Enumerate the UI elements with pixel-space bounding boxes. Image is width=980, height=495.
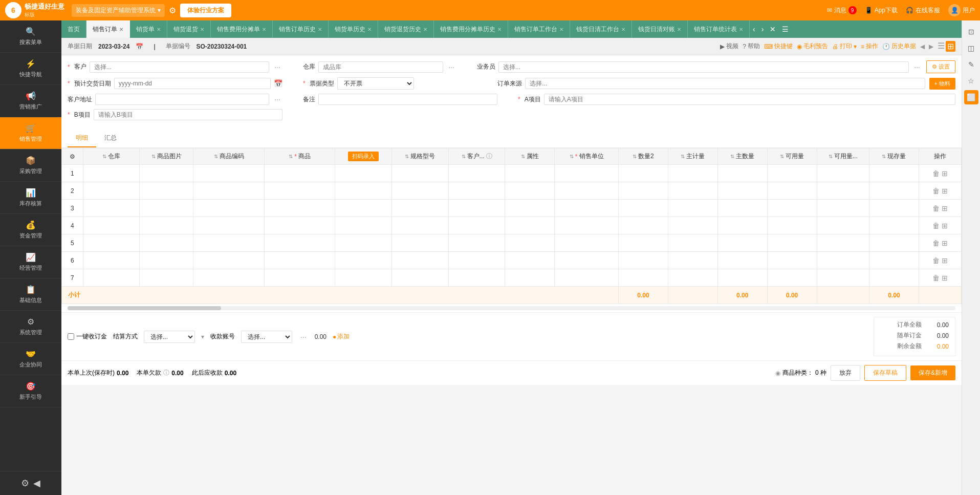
- a-project-input[interactable]: [544, 94, 955, 105]
- collapse-icon[interactable]: ◀: [33, 478, 40, 489]
- copy-row-icon[interactable]: ⊞: [942, 187, 948, 195]
- nav-left-icon[interactable]: ◀: [920, 43, 925, 50]
- copy-row-icon[interactable]: ⊞: [942, 274, 948, 282]
- tab-close-icon[interactable]: ✕: [739, 27, 743, 32]
- tab-close-icon[interactable]: ✕: [621, 27, 625, 32]
- right-panel-active-btn[interactable]: ⬜: [964, 90, 978, 104]
- copy-row-icon[interactable]: ⊞: [942, 222, 948, 230]
- scroll-track[interactable]: [68, 306, 955, 310]
- table-settings-icon[interactable]: ⚙: [70, 153, 75, 160]
- sidebar-item-quicknav[interactable]: ⚡ 快捷导航: [0, 53, 61, 85]
- copy-row-icon[interactable]: ⊞: [942, 169, 948, 178]
- scroll-thumb[interactable]: [68, 306, 221, 310]
- tab-sales-return[interactable]: 销货退货 ✕: [167, 20, 211, 38]
- sidebar-item-sales[interactable]: 🛒 销售管理: [0, 117, 61, 149]
- discard-btn[interactable]: 放弃: [831, 365, 860, 381]
- warehouse-dots-btn[interactable]: ···: [446, 63, 456, 71]
- tab-menu-btn[interactable]: ☰: [779, 20, 792, 38]
- copy-row-icon[interactable]: ⊞: [942, 256, 948, 265]
- tab-close-icon[interactable]: ✕: [559, 27, 563, 32]
- scan-btn[interactable]: 扫码录入: [348, 152, 379, 161]
- delete-row-icon[interactable]: 🗑: [932, 187, 940, 195]
- tab-home[interactable]: 首页: [61, 20, 86, 38]
- customer-dots-btn[interactable]: ···: [272, 63, 282, 71]
- address-input[interactable]: [95, 94, 269, 105]
- sidebar-item-basic[interactable]: 📋 基础信息: [0, 278, 61, 311]
- tab-close-icon[interactable]: ✕: [318, 27, 322, 32]
- tab-sales-invoice[interactable]: 销货单 ✕: [130, 20, 167, 38]
- receipt-account-select[interactable]: 选择...: [241, 331, 292, 343]
- tab-order-history[interactable]: 销售订单历史 ✕: [273, 20, 329, 38]
- settings-icon[interactable]: ⚙: [169, 6, 176, 15]
- sales-rep-dots-btn[interactable]: ···: [912, 63, 922, 71]
- col-settings[interactable]: ⚙: [62, 148, 83, 165]
- tab-order-stats[interactable]: 销售订单统计表 ✕: [688, 20, 750, 38]
- grid-view-icon[interactable]: ⊞: [946, 41, 955, 52]
- calendar-icon[interactable]: 📅: [136, 43, 143, 50]
- delivery-date-calendar-icon[interactable]: 📅: [274, 79, 282, 88]
- tab-close-icon[interactable]: ✕: [497, 27, 502, 32]
- tab-close-icon[interactable]: ✕: [157, 27, 161, 32]
- tab-close-icon[interactable]: ✕: [367, 27, 372, 32]
- delete-row-icon[interactable]: 🗑: [932, 256, 940, 265]
- sidebar-item-guide[interactable]: 🎯 新手引导: [0, 375, 61, 407]
- copy-row-icon[interactable]: ⊞: [942, 204, 948, 212]
- receipt-dots-btn[interactable]: ···: [298, 333, 309, 341]
- tab-close-icon[interactable]: ✕: [119, 27, 123, 32]
- user-btn[interactable]: 👤 用户: [948, 4, 975, 16]
- tab-close-all-btn[interactable]: ✕: [767, 20, 779, 38]
- right-panel-layout-btn[interactable]: ◫: [964, 41, 978, 55]
- delete-row-icon[interactable]: 🗑: [932, 222, 940, 230]
- tab-order-workbench[interactable]: 销售订单工作台 ✕: [508, 20, 570, 38]
- tab-sales-order[interactable]: 销售订单 ✕: [86, 20, 130, 38]
- tab-cash-account[interactable]: 钱货日清对账 ✕: [632, 20, 688, 38]
- settings-bottom-icon[interactable]: ⚙: [21, 478, 29, 489]
- tab-cash-workbench[interactable]: 钱货日清工作台 ✕: [570, 20, 632, 38]
- settings-btn[interactable]: ⚙ 设置: [926, 60, 955, 73]
- delete-row-icon[interactable]: 🗑: [932, 204, 940, 212]
- tab-close-icon[interactable]: ✕: [200, 27, 204, 32]
- one-click-checkbox[interactable]: 一键收订金: [68, 332, 107, 341]
- payment-method-select[interactable]: 选择...: [144, 331, 195, 343]
- tab-next-btn[interactable]: ›: [758, 20, 767, 38]
- one-click-input[interactable]: [68, 333, 74, 340]
- shortcut-btn[interactable]: ⌨ 快捷键: [764, 42, 793, 51]
- right-panel-expand-btn[interactable]: ⊡: [964, 25, 978, 39]
- history-btn[interactable]: 🕐 历史单据: [882, 42, 916, 51]
- help-btn[interactable]: ? 帮助: [743, 42, 760, 51]
- invoice-type-select[interactable]: 不开票: [337, 77, 414, 90]
- customer-input[interactable]: [90, 61, 270, 73]
- copy-row-icon[interactable]: ⊞: [942, 239, 948, 247]
- system-selector[interactable]: 装备及固定资产辅助管理系统 ▾: [72, 4, 165, 17]
- sidebar-item-marketing[interactable]: 📢 营销推广: [0, 85, 61, 117]
- tab-close-icon[interactable]: ✕: [262, 27, 266, 32]
- sidebar-item-search[interactable]: 🔍 搜索菜单: [0, 20, 61, 53]
- tab-close-icon[interactable]: ✕: [677, 27, 681, 32]
- operations-btn[interactable]: ≡ 操作: [861, 42, 878, 51]
- detail-tab-summary[interactable]: 汇总: [96, 130, 125, 147]
- right-panel-edit-btn[interactable]: ✎: [964, 57, 978, 72]
- sidebar-item-purchase[interactable]: 📦 采购管理: [0, 149, 61, 182]
- tab-sales-fee[interactable]: 销售费用分摊单 ✕: [211, 20, 273, 38]
- detail-tab-detail[interactable]: 明细: [68, 130, 96, 147]
- tab-prev-btn[interactable]: ‹: [750, 20, 758, 38]
- right-panel-star-btn[interactable]: ☆: [964, 74, 978, 88]
- profit-btn[interactable]: ◉ 毛利预告: [797, 42, 828, 51]
- messages-btn[interactable]: ✉ 消息 9: [827, 6, 857, 15]
- sidebar-item-inventory[interactable]: 📊 库存核算: [0, 182, 61, 214]
- sidebar-item-finance[interactable]: 💰 资金管理: [0, 214, 61, 246]
- tab-invoice-history[interactable]: 销货单历史 ✕: [329, 20, 378, 38]
- print-btn[interactable]: 🖨 打印 ▾: [832, 42, 857, 51]
- save-draft-btn[interactable]: 保存草稿: [864, 365, 906, 381]
- sidebar-item-operations[interactable]: 📈 经营管理: [0, 246, 61, 278]
- warehouse-input[interactable]: [318, 61, 443, 73]
- online-support-btn[interactable]: 🎧 在线客服: [906, 6, 940, 15]
- add-payment-btn[interactable]: ● 添加: [333, 332, 350, 341]
- view-btn[interactable]: ▶ 视频: [720, 42, 738, 51]
- industry-btn[interactable]: 体验行业方案: [180, 4, 231, 17]
- order-source-input[interactable]: [525, 78, 925, 89]
- delete-row-icon[interactable]: 🗑: [932, 274, 940, 282]
- b-project-input[interactable]: [94, 109, 282, 120]
- delivery-date-input[interactable]: [114, 78, 271, 89]
- address-dots-btn[interactable]: ···: [272, 95, 282, 103]
